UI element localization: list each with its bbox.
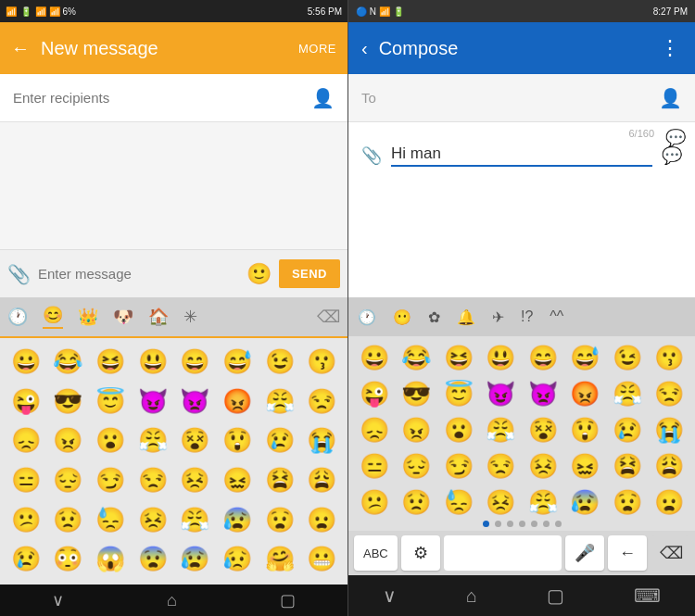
emoji-cell[interactable]: 👿 — [175, 383, 216, 419]
emoji-cell[interactable]: 😒 — [481, 448, 522, 483]
emoji-cell[interactable]: 😩 — [301, 462, 342, 497]
back-arrow-icon[interactable]: ← — [11, 38, 30, 59]
emoji-cell[interactable]: 😞 — [6, 422, 46, 458]
send-button[interactable]: SEND — [279, 259, 340, 288]
spacebar[interactable] — [444, 535, 562, 571]
emoji-cell[interactable]: 😩 — [650, 448, 690, 483]
more-button[interactable]: MORE — [298, 42, 336, 56]
emoji-cell[interactable]: 😃 — [481, 340, 522, 374]
et-other[interactable]: ^^ — [550, 308, 563, 325]
emoji-cell[interactable]: 😎 — [48, 383, 89, 419]
emoji-tab-animals[interactable]: 🐶 — [113, 307, 133, 327]
emoji-cell[interactable]: 😠 — [397, 412, 437, 446]
emoji-cell[interactable]: 😏 — [438, 448, 479, 483]
emoji-cell[interactable]: 😮 — [438, 412, 479, 446]
emoji-cell[interactable]: 😖 — [565, 448, 606, 483]
paperclip-icon[interactable]: 📎 — [361, 145, 382, 166]
emoji-cell[interactable]: 😑 — [354, 448, 395, 483]
emoji-cell[interactable]: 😓 — [438, 484, 479, 517]
emoji-cell[interactable]: 😄 — [523, 340, 563, 374]
person-icon[interactable]: 👤 — [659, 87, 682, 109]
et-smiley[interactable]: 😶 — [393, 308, 411, 326]
emoji-cell[interactable]: 😣 — [175, 462, 216, 497]
emoji-cell[interactable]: 😄 — [175, 344, 216, 379]
emoji-cell[interactable]: 😡 — [565, 376, 606, 410]
contact-icon[interactable]: 👤 — [311, 87, 335, 109]
emoji-cell[interactable]: 😔 — [48, 462, 89, 497]
emoji-cell[interactable]: 😫 — [259, 462, 300, 497]
emoji-tab-smiley[interactable]: 😊 — [43, 305, 63, 329]
nav-home-icon[interactable]: ⌂ — [167, 591, 177, 610]
emoji-cell[interactable]: 😆 — [438, 340, 479, 374]
message-text-input[interactable] — [391, 145, 652, 167]
emoji-tab-objects[interactable]: 🏠 — [148, 307, 169, 327]
emoji-cell[interactable]: 😤 — [523, 484, 563, 517]
emoji-cell[interactable]: 😈 — [133, 383, 173, 419]
emoji-cell[interactable]: 😓 — [90, 502, 131, 537]
emoji-cell[interactable]: 😲 — [565, 412, 606, 446]
emoji-cell[interactable]: 👿 — [523, 376, 563, 410]
emoji-cell[interactable]: 😥 — [217, 541, 258, 576]
emoji-cell[interactable]: 😞 — [354, 412, 395, 446]
emoji-cell[interactable]: 🤗 — [259, 541, 300, 576]
emoji-cell[interactable]: 😜 — [6, 383, 46, 419]
emoji-cell[interactable]: 😒 — [301, 383, 342, 419]
emoji-cell[interactable]: 😒 — [133, 462, 173, 497]
emoji-cell[interactable]: 😰 — [565, 484, 606, 517]
emoji-cell[interactable]: 😉 — [259, 344, 300, 379]
emoji-cell[interactable]: 😵 — [523, 412, 563, 446]
emoji-cell[interactable]: 😃 — [133, 344, 173, 379]
emoji-cell[interactable]: 😔 — [397, 448, 437, 483]
emoji-cell[interactable]: 😏 — [90, 462, 131, 497]
emoji-cell[interactable]: 😂 — [397, 340, 437, 374]
emoji-cell[interactable]: 😈 — [481, 376, 522, 410]
et-flower[interactable]: ✿ — [428, 308, 440, 326]
emoji-cell[interactable]: 😗 — [650, 340, 690, 374]
nav-down-icon[interactable]: ∨ — [52, 590, 64, 610]
message-input-left[interactable] — [38, 266, 239, 282]
bubble-icon[interactable]: 💬 — [662, 145, 682, 166]
to-input[interactable] — [384, 90, 659, 106]
emoji-cell[interactable]: 😀 — [6, 344, 46, 379]
emoji-cell[interactable]: 😖 — [217, 462, 258, 497]
emoji-cell[interactable]: 😗 — [301, 344, 342, 379]
emoji-cell[interactable]: 😬 — [301, 541, 342, 576]
emoji-cell[interactable]: 😤 — [607, 376, 648, 410]
emoji-cell[interactable]: 😭 — [650, 412, 690, 446]
emoji-cell[interactable]: 😀 — [354, 340, 395, 374]
menu-dots-icon[interactable]: ⋮ — [660, 36, 682, 60]
emoji-cell[interactable]: 😨 — [133, 541, 173, 576]
emoji-cell[interactable]: 😦 — [650, 484, 690, 517]
emoji-cell[interactable]: 😟 — [48, 502, 89, 537]
emoji-cell[interactable]: 😱 — [90, 541, 131, 576]
et-bell[interactable]: 🔔 — [457, 308, 475, 326]
emoji-cell[interactable]: 😒 — [650, 376, 690, 410]
emoji-cell[interactable]: 😢 — [6, 541, 46, 576]
emoji-cell[interactable]: 😇 — [90, 383, 131, 419]
nav-recents-icon-r[interactable]: ▢ — [547, 585, 564, 607]
emoji-tab-delete[interactable]: ⌫ — [317, 307, 340, 327]
delete-button[interactable]: ⌫ — [651, 535, 689, 571]
et-history[interactable]: 🕐 — [358, 308, 376, 326]
emoji-cell[interactable]: 😰 — [217, 502, 258, 537]
emoji-cell[interactable]: 😧 — [259, 502, 300, 537]
emoji-tab-symbols[interactable]: ✳ — [183, 307, 197, 327]
emoji-cell[interactable]: 😲 — [217, 422, 258, 458]
emoji-cell[interactable]: 😵 — [175, 422, 216, 458]
emoji-cell[interactable]: 😳 — [48, 541, 89, 576]
emoji-cell[interactable]: 😑 — [6, 462, 46, 497]
et-symbols[interactable]: !? — [521, 308, 533, 325]
emoji-cell[interactable]: 😢 — [259, 422, 300, 458]
emoji-cell[interactable]: 😣 — [133, 502, 173, 537]
nav-recents-icon[interactable]: ▢ — [280, 590, 296, 610]
emoji-cell[interactable]: 😦 — [301, 502, 342, 537]
emoji-cell[interactable]: 😭 — [301, 422, 342, 458]
emoji-cell[interactable]: 😠 — [48, 422, 89, 458]
emoji-button-left[interactable]: 🙂 — [246, 262, 272, 286]
emoji-cell[interactable]: 😕 — [6, 502, 46, 537]
emoji-cell[interactable]: 😉 — [607, 340, 648, 374]
emoji-cell[interactable]: 😅 — [217, 344, 258, 379]
emoji-cell[interactable]: 😟 — [397, 484, 437, 517]
emoji-cell[interactable]: 😇 — [438, 376, 479, 410]
emoji-cell[interactable]: 😰 — [175, 541, 216, 576]
